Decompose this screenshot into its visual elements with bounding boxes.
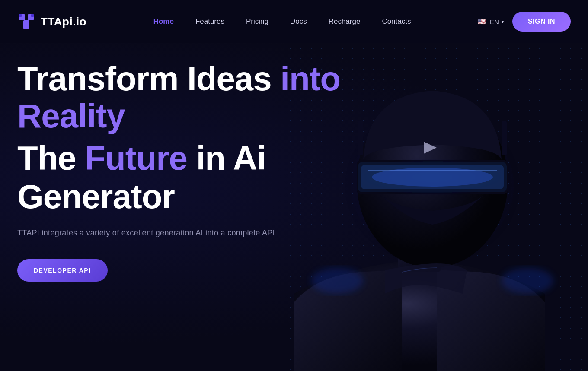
title-line1-before: Transform Ideas — [17, 60, 280, 98]
navbar: TTApi.io Home Features Pricing Docs Rech… — [0, 0, 588, 43]
logo-link[interactable]: TTApi.io — [17, 13, 86, 31]
flag-icon: 🇺🇸 — [478, 18, 487, 25]
lang-code: EN — [490, 18, 499, 25]
nav-item-pricing[interactable]: Pricing — [246, 17, 268, 26]
nav-item-features[interactable]: Features — [195, 17, 224, 26]
chevron-down-icon: ▾ — [502, 19, 504, 24]
svg-rect-11 — [502, 121, 507, 155]
nav-item-contacts[interactable]: Contacts — [382, 17, 411, 26]
nav-link-docs[interactable]: Docs — [290, 17, 307, 25]
language-selector[interactable]: 🇺🇸 EN ▾ — [478, 18, 504, 25]
logo-text: TTApi.io — [41, 15, 86, 29]
title-line2-highlight: Future — [85, 139, 187, 177]
nav-item-recharge[interactable]: Recharge — [329, 17, 361, 26]
hero-subtitle: TTAPI integrates a variety of excellent … — [17, 228, 355, 238]
developer-api-button[interactable]: DEVELOPER API — [17, 259, 108, 282]
svg-rect-16 — [23, 20, 29, 29]
hero-title-line1: Transform Ideas into Reality — [17, 60, 415, 135]
nav-link-contacts[interactable]: Contacts — [382, 17, 411, 25]
logo-icon — [17, 13, 35, 31]
sign-in-button[interactable]: SIGN IN — [512, 12, 571, 32]
hero-title-line2: The Future in Ai Generator — [17, 139, 415, 216]
title-line2-before: The — [17, 139, 85, 177]
nav-link-features[interactable]: Features — [195, 17, 224, 25]
hero-content: Transform Ideas into Reality The Future … — [17, 60, 415, 282]
nav-link-recharge[interactable]: Recharge — [329, 17, 361, 25]
svg-rect-17 — [19, 14, 22, 17]
nav-right: 🇺🇸 EN ▾ SIGN IN — [478, 12, 571, 32]
nav-link-home[interactable]: Home — [153, 17, 174, 25]
nav-item-home[interactable]: Home — [153, 17, 174, 26]
hero-section: Transform Ideas into Reality The Future … — [0, 0, 588, 371]
nav-item-docs[interactable]: Docs — [290, 17, 307, 26]
nav-links: Home Features Pricing Docs Recharge Cont… — [153, 17, 411, 26]
svg-rect-18 — [31, 14, 34, 17]
svg-point-13 — [502, 268, 553, 294]
nav-link-pricing[interactable]: Pricing — [246, 17, 268, 25]
